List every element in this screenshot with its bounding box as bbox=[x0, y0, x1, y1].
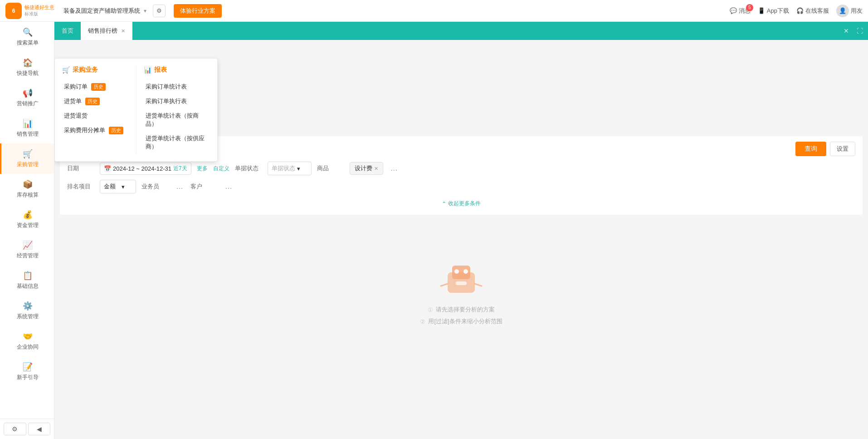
tab-close-all-btn[interactable]: ✕ bbox=[840, 25, 853, 37]
svg-point-5 bbox=[463, 269, 468, 274]
empty-hint-2: ② 用[过滤]条件来缩小分析范围 bbox=[420, 317, 502, 326]
return-label: 进货退货 bbox=[64, 112, 88, 120]
sidebar-item-system[interactable]: ⚙️ 系统管理 bbox=[0, 296, 54, 326]
guide-icon: 📝 bbox=[23, 362, 33, 372]
sidebar-item-search[interactable]: 🔍 搜索菜单 bbox=[0, 22, 54, 52]
sidebar-item-guide[interactable]: 📝 新手引导 bbox=[0, 356, 54, 387]
date-custom-link[interactable]: 自定义 bbox=[213, 165, 229, 173]
collapse-row[interactable]: ⌃ 收起更多条件 bbox=[67, 198, 855, 209]
rank-select[interactable]: 金额 ▾ bbox=[100, 180, 136, 193]
history-badge-purchase-order: 历史 bbox=[91, 83, 106, 91]
goods-tag[interactable]: 设计费 ✕ bbox=[350, 162, 383, 175]
search-button[interactable]: 查询 bbox=[795, 142, 826, 156]
date-label: 日期 bbox=[67, 164, 94, 173]
message-badge: 5 bbox=[746, 4, 753, 11]
doc-status-select[interactable]: 单据状态 ▾ bbox=[268, 162, 312, 175]
empty-illustration bbox=[439, 256, 484, 302]
svg-line-8 bbox=[475, 284, 482, 286]
doc-status-label: 单据状态 bbox=[235, 164, 262, 173]
logo-brand: 畅捷通好生意 bbox=[24, 4, 54, 10]
menu-item-purchase-order-exec[interactable]: 采购订单执行表 bbox=[144, 94, 210, 109]
sidebar-item-purchase[interactable]: 🛒 采购管理 bbox=[0, 143, 54, 174]
tab-home-label: 首页 bbox=[62, 27, 73, 35]
menu-item-inbound-stats-supplier[interactable]: 进货单统计表（按供应商） bbox=[144, 131, 210, 154]
tab-sales-ranking[interactable]: 销售排行榜 ✕ bbox=[81, 22, 132, 40]
tab-actions: ✕ ⛶ bbox=[840, 25, 868, 37]
menu-divider bbox=[136, 66, 137, 154]
purchase-order-label: 采购订单 bbox=[64, 83, 88, 91]
collapse-up-icon: ⌃ bbox=[442, 201, 446, 207]
purchase-icon: 🛒 bbox=[23, 149, 33, 159]
sidebar-item-finance[interactable]: 💰 资金管理 bbox=[0, 204, 54, 235]
finance-icon: 💰 bbox=[23, 210, 33, 220]
gear-button[interactable]: ⚙ bbox=[153, 5, 166, 17]
sidebar-label-basicinfo: 基础信息 bbox=[17, 282, 39, 290]
purchase-order-exec-label: 采购订单执行表 bbox=[146, 97, 187, 105]
home-icon: 🏠 bbox=[23, 58, 33, 68]
menu-item-inbound[interactable]: 进货单 历史 bbox=[62, 94, 129, 109]
app-download-label: App下载 bbox=[767, 7, 789, 15]
setting-button[interactable]: 设置 bbox=[830, 142, 855, 156]
settings-bottom-btn[interactable]: ⚙ bbox=[4, 423, 26, 435]
inbound-stats-supplier-label: 进货单统计表（按供应商） bbox=[146, 134, 209, 151]
reports-section-title: 📊 报表 bbox=[144, 66, 210, 74]
main-layout: 🔍 搜索菜单 🏠 快捷导航 📢 营销推广 📊 销售管理 🛒 采购管理 📦 库存核… bbox=[0, 22, 868, 439]
tab-home[interactable]: 首页 bbox=[54, 22, 81, 40]
sidebar-item-sales[interactable]: 📊 销售管理 bbox=[0, 113, 54, 143]
rank-value: 金额 bbox=[104, 183, 116, 191]
sidebar-item-basicinfo[interactable]: 📋 基础信息 bbox=[0, 265, 54, 296]
tab-maximize-btn[interactable]: ⛶ bbox=[853, 25, 866, 37]
logo-edition: 标准版 bbox=[24, 11, 54, 17]
date-7days: 近7天 bbox=[173, 165, 187, 173]
tab-sales-ranking-label: 销售排行榜 bbox=[88, 27, 117, 35]
svg-point-4 bbox=[454, 269, 459, 274]
empty-state: ① 请先选择要分析的方案 ② 用[过滤]条件来缩小分析范围 bbox=[60, 220, 863, 362]
top-bar: 6 畅捷通好生意 标准版 装备及固定资产辅助管理系统 ▾ ⚙ 体验行业方案 💬 … bbox=[0, 0, 868, 22]
goods-tag-close-icon[interactable]: ✕ bbox=[374, 166, 378, 172]
svg-line-7 bbox=[441, 284, 448, 286]
menu-item-purchase-order-stats[interactable]: 采购订单统计表 bbox=[144, 79, 210, 94]
purchase-section-icon: 🛒 bbox=[62, 66, 70, 74]
customer-ellipsis[interactable]: … bbox=[223, 183, 234, 191]
tab-close-icon[interactable]: ✕ bbox=[121, 28, 125, 34]
filter-row-2: 排名项目 金额 ▾ 业务员 … 客户 … bbox=[67, 180, 855, 193]
empty-hint-1-text: 请先选择要分析的方案 bbox=[436, 306, 495, 314]
content-area: 首页 销售排行榜 ✕ ✕ ⛶ 🛒 采购业务 bbox=[54, 22, 868, 439]
sidebar: 🔍 搜索菜单 🏠 快捷导航 📢 营销推广 📊 销售管理 🛒 采购管理 📦 库存核… bbox=[0, 22, 54, 439]
menu-section-purchase: 🛒 采购业务 采购订单 历史 进货单 历史 进货退货 bbox=[62, 66, 129, 154]
purchase-expense-label: 采购费用分摊单 bbox=[64, 126, 105, 134]
sidebar-item-marketing[interactable]: 📢 营销推广 bbox=[0, 83, 54, 113]
purchase-section-label: 采购业务 bbox=[73, 66, 98, 74]
sidebar-label-enterprise: 企业协同 bbox=[17, 343, 39, 351]
marketing-icon: 📢 bbox=[23, 88, 33, 98]
doc-status-value: 单据状态 bbox=[272, 164, 295, 173]
inbound-stats-goods-label: 进货单统计表（按商品） bbox=[146, 112, 209, 128]
menu-item-inbound-stats-goods[interactable]: 进货单统计表（按商品） bbox=[144, 109, 210, 131]
sidebar-item-inventory[interactable]: 📦 库存核算 bbox=[0, 174, 54, 204]
sidebar-item-enterprise[interactable]: 🤝 企业协同 bbox=[0, 326, 54, 356]
online-service-button[interactable]: 🎧 在线客服 bbox=[796, 7, 829, 15]
calendar-icon: 📅 bbox=[104, 165, 111, 172]
sidebar-label-purchase: 采购管理 bbox=[17, 161, 39, 168]
logo-area: 6 畅捷通好生意 标准版 bbox=[5, 3, 60, 19]
user-area[interactable]: 👤 用友 bbox=[836, 5, 863, 17]
chevron-down-icon[interactable]: ▾ bbox=[144, 8, 146, 14]
goods-ellipsis[interactable]: … bbox=[389, 164, 400, 173]
sidebar-label-system: 系统管理 bbox=[17, 313, 39, 321]
industry-button[interactable]: 体验行业方案 bbox=[174, 4, 222, 18]
sidebar-item-operations[interactable]: 📈 经营管理 bbox=[0, 235, 54, 265]
date-range-picker[interactable]: 📅 2024-12 ~ 2024-12-31 近7天 bbox=[100, 163, 191, 175]
avatar: 👤 bbox=[836, 5, 849, 17]
date-more-link[interactable]: 更多 bbox=[197, 165, 208, 173]
menu-item-purchase-order[interactable]: 采购订单 历史 bbox=[62, 79, 129, 94]
salesperson-ellipsis[interactable]: … bbox=[174, 183, 185, 191]
tab-bar: 首页 销售排行榜 ✕ ✕ ⛶ bbox=[54, 22, 868, 40]
logo-icon: 6 bbox=[5, 3, 22, 19]
sidebar-item-quicknav[interactable]: 🏠 快捷导航 bbox=[0, 52, 54, 83]
message-button[interactable]: 💬 消息 5 bbox=[730, 7, 751, 15]
menu-item-purchase-expense[interactable]: 采购费用分摊单 历史 bbox=[62, 123, 129, 138]
menu-item-return[interactable]: 进货退货 bbox=[62, 109, 129, 123]
svg-text:6: 6 bbox=[12, 8, 15, 14]
app-download-button[interactable]: 📱 App下载 bbox=[758, 7, 789, 15]
collapse-sidebar-btn[interactable]: ◀ bbox=[28, 423, 51, 435]
